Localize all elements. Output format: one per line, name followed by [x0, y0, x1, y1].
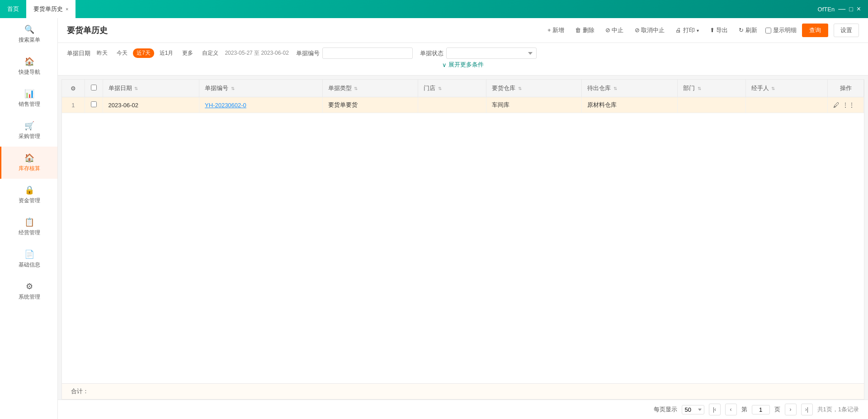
select-all-checkbox[interactable]	[91, 85, 97, 90]
sidebar-item-finance-mgmt[interactable]: 🔒 资金管理	[0, 179, 57, 211]
sidebar-label-quick-nav: 快捷导航	[19, 68, 40, 76]
date-chip-custom[interactable]: 自定义	[198, 48, 222, 58]
more-action-icon[interactable]: ⋮⋮	[842, 101, 855, 109]
display-detail-input[interactable]	[765, 28, 771, 33]
prev-page-button[interactable]: ‹	[725, 404, 737, 415]
sort-doc-no-icon: ⇅	[231, 86, 235, 91]
date-chip-7days[interactable]: 近7天	[133, 48, 154, 58]
sort-dept-icon: ⇅	[698, 86, 701, 91]
stop-button[interactable]: ⊘ 中止	[603, 24, 627, 36]
tab-close-icon[interactable]: ×	[66, 6, 68, 12]
sidebar-label-ops-mgmt: 经营管理	[19, 229, 40, 237]
date-chip-more[interactable]: 更多	[179, 48, 197, 58]
table-header-row: ⚙ 单据日期 ⇅ 单据编号 ⇅ 单据类型 ⇅	[62, 80, 864, 97]
main-layout: 🔍 搜索菜单 🏠 快捷导航 📊 销售管理 🛒 采购管理 🏠 库存核算 🔒 资金管…	[0, 18, 868, 419]
summary-label: 合计：	[71, 388, 89, 395]
doc-no-link[interactable]: YH-20230602-0	[205, 102, 246, 109]
date-chip-yesterday[interactable]: 昨天	[93, 48, 111, 58]
sidebar-item-basic-info[interactable]: 📄 基础信息	[0, 243, 57, 275]
page-title: 要货单历史	[67, 25, 108, 36]
page-number-input[interactable]	[752, 405, 770, 414]
export-button[interactable]: ⬆ 导出	[707, 24, 731, 36]
total-info: 共1页，1条记录	[817, 405, 859, 414]
print-button[interactable]: 🖨 打印 ▾	[673, 24, 702, 36]
row-index: 1	[62, 97, 85, 113]
print-dropdown-icon[interactable]: ▾	[697, 28, 699, 33]
cell-handler	[745, 97, 827, 113]
sort-pending-warehouse-icon: ⇅	[613, 86, 617, 91]
col-handler[interactable]: 经手人 ⇅	[745, 80, 827, 97]
sidebar-label-finance-mgmt: 资金管理	[19, 197, 40, 205]
minimize-btn[interactable]: —	[838, 5, 845, 13]
status-label: 单据状态	[420, 49, 443, 57]
top-bar: 首页 要货单历史 × OfTEn — □ ×	[0, 0, 868, 18]
col-settings[interactable]: ⚙	[62, 80, 85, 97]
sidebar-item-search-menu[interactable]: 🔍 搜索菜单	[0, 18, 57, 50]
col-req-warehouse[interactable]: 要货仓库 ⇅	[486, 80, 582, 97]
status-filter-item: 单据状态	[420, 48, 537, 59]
cell-req_warehouse: 车间库	[486, 97, 582, 113]
date-chip-1month[interactable]: 近1月	[156, 48, 177, 58]
col-doc-no[interactable]: 单据编号 ⇅	[199, 80, 323, 97]
status-select[interactable]	[446, 48, 537, 59]
last-page-button[interactable]: ›|	[801, 404, 813, 415]
col-doc-date[interactable]: 单据日期 ⇅	[103, 80, 199, 97]
refresh-button[interactable]: ↻ 刷新	[736, 24, 760, 36]
sidebar-item-sales-mgmt[interactable]: 📊 销售管理	[0, 82, 57, 114]
cell-actions: 🖊⋮⋮	[828, 97, 864, 113]
filter-row: 单据日期 昨天 今天 近7天 近1月 更多 自定义 2023-05-27 至 2…	[67, 48, 859, 59]
footer-summary: 合计：	[61, 384, 864, 400]
inventory-calc-icon: 🏠	[24, 153, 34, 163]
sort-req-warehouse-icon: ⇅	[518, 86, 522, 91]
top-bar-right: OfTEn — □ ×	[818, 5, 868, 13]
sort-doc-date-icon: ⇅	[134, 86, 138, 91]
doc-no-filter-item: 单据编号	[296, 48, 413, 59]
cancel-stop-button[interactable]: ⊘ 取消中止	[632, 24, 668, 36]
new-button[interactable]: + 新增	[545, 24, 567, 36]
settings-button[interactable]: 设置	[834, 24, 859, 37]
col-store[interactable]: 门店 ⇅	[418, 80, 486, 97]
row-checkbox-cell	[85, 97, 103, 113]
sidebar-item-quick-nav[interactable]: 🏠 快捷导航	[0, 50, 57, 82]
col-doc-type[interactable]: 单据类型 ⇅	[322, 80, 418, 97]
col-checkbox[interactable]	[85, 80, 103, 97]
data-table: ⚙ 单据日期 ⇅ 单据编号 ⇅ 单据类型 ⇅	[62, 80, 864, 113]
sort-handler-icon: ⇅	[771, 86, 775, 91]
sidebar-label-purchase-mgmt: 采购管理	[19, 133, 40, 140]
col-pending-warehouse[interactable]: 待出仓库 ⇅	[582, 80, 678, 97]
query-button[interactable]: 查询	[802, 24, 828, 37]
date-chip-today[interactable]: 今天	[113, 48, 131, 58]
sidebar-item-sys-mgmt[interactable]: ⚙ 系统管理	[0, 275, 57, 307]
sidebar-label-inventory-calc: 库存核算	[19, 165, 40, 172]
expand-more-button[interactable]: ∨ 展开更多条件	[67, 59, 859, 71]
tab-active[interactable]: 要货单历史 ×	[26, 0, 75, 18]
display-detail-label: 显示明细	[773, 26, 797, 34]
maximize-btn[interactable]: □	[849, 5, 853, 13]
row-checkbox[interactable]	[91, 101, 97, 107]
page-word: 第	[741, 405, 747, 414]
sys-mgmt-icon: ⚙	[26, 281, 33, 291]
sort-doc-type-icon: ⇅	[354, 86, 358, 91]
sidebar-item-inventory-calc[interactable]: 🏠 库存核算	[0, 147, 57, 179]
tab-home[interactable]: 首页	[0, 0, 26, 18]
sidebar-item-purchase-mgmt[interactable]: 🛒 采购管理	[0, 114, 57, 147]
next-page-button[interactable]: ›	[785, 404, 797, 415]
date-chips: 昨天 今天 近7天 近1月 更多 自定义	[93, 48, 222, 58]
active-tab-label: 要货单历史	[33, 5, 63, 13]
search-menu-icon: 🔍	[24, 24, 34, 34]
sidebar-label-sys-mgmt: 系统管理	[19, 293, 40, 301]
first-page-button[interactable]: |‹	[709, 404, 721, 415]
cell-pending_warehouse: 原材料仓库	[582, 97, 678, 113]
edit-action-icon[interactable]: 🖊	[833, 101, 840, 109]
sidebar-label-search-menu: 搜索菜单	[19, 36, 40, 44]
cell-store	[418, 97, 486, 113]
delete-button[interactable]: 🗑 删除	[572, 24, 597, 36]
display-detail-checkbox[interactable]: 显示明细	[765, 26, 797, 34]
sales-mgmt-icon: 📊	[24, 89, 34, 99]
close-btn[interactable]: ×	[857, 5, 861, 13]
quick-nav-icon: 🏠	[24, 57, 34, 67]
col-dept[interactable]: 部门 ⇅	[677, 80, 745, 97]
sidebar-item-ops-mgmt[interactable]: 📋 经营管理	[0, 211, 57, 243]
doc-no-input[interactable]	[322, 48, 413, 59]
page-size-select[interactable]: 50 20 100	[682, 405, 704, 414]
